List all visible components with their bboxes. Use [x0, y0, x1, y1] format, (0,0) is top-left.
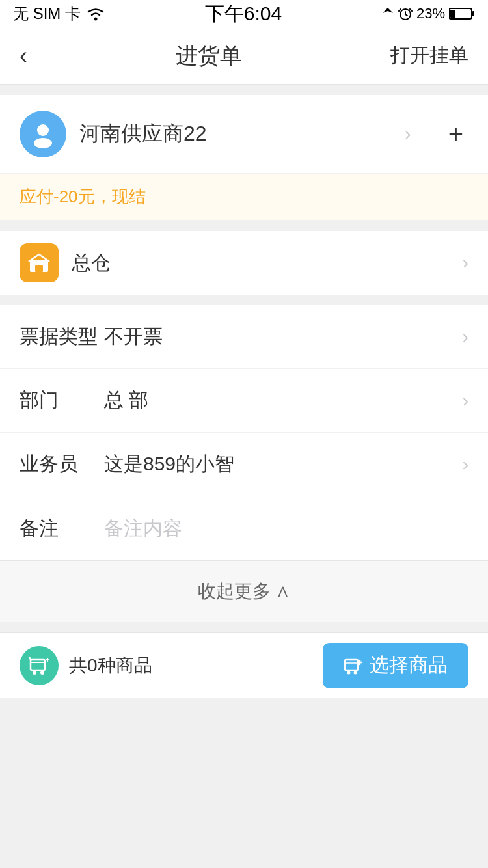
location-icon: [381, 7, 394, 21]
notice-banner: 应付-20元，现结: [0, 174, 488, 221]
collapse-label: 收起更多 ∧: [198, 581, 291, 601]
form-fields-card: 票据类型 不开票 › 部门 总 部 › 业务员 这是859的小智 › 备注 备注…: [0, 305, 488, 560]
warehouse-icon: [27, 251, 51, 275]
battery-icon: [449, 7, 475, 20]
department-label: 部门: [20, 387, 104, 414]
department-chevron-icon: ›: [463, 390, 468, 411]
svg-point-13: [347, 671, 351, 674]
battery-pct: 23%: [416, 5, 445, 22]
collapse-button[interactable]: 收起更多 ∧: [0, 560, 488, 622]
status-right: 23%: [381, 5, 475, 22]
wifi-icon: [86, 7, 105, 21]
invoice-type-chevron-icon: ›: [463, 327, 468, 347]
warehouse-icon-wrapper: [20, 243, 59, 282]
invoice-type-value: 不开票: [104, 323, 463, 350]
product-count-icon-wrapper: [20, 646, 59, 685]
cart-icon: [28, 655, 50, 677]
svg-rect-3: [472, 11, 474, 16]
remark-row[interactable]: 备注 备注内容: [0, 496, 488, 560]
section-gap-1: [0, 85, 488, 95]
supplier-divider: [427, 118, 427, 150]
svg-point-0: [94, 18, 98, 21]
no-sim-label: 无 SIM 卡: [13, 3, 81, 24]
product-count-text: 共0种商品: [69, 653, 323, 678]
select-product-icon: [344, 656, 363, 675]
svg-point-6: [34, 138, 52, 148]
svg-point-5: [37, 124, 49, 136]
supplier-chevron-icon: ›: [405, 124, 411, 144]
department-row[interactable]: 部门 总 部 ›: [0, 369, 488, 433]
page-title: 进货单: [176, 41, 242, 71]
select-product-button[interactable]: 选择商品: [323, 643, 468, 688]
svg-point-10: [33, 671, 36, 675]
select-product-label: 选择商品: [370, 652, 448, 679]
open-pending-button[interactable]: 打开挂单: [390, 42, 468, 69]
back-button[interactable]: ‹: [20, 42, 27, 70]
svg-rect-4: [450, 10, 455, 18]
department-value: 总 部: [104, 387, 463, 414]
svg-rect-12: [345, 660, 358, 670]
section-gap-2: [0, 221, 488, 231]
svg-point-11: [40, 671, 44, 675]
notice-text: 应付-20元，现结: [20, 187, 146, 206]
invoice-type-label: 票据类型: [20, 323, 104, 350]
salesman-label: 业务员: [20, 451, 104, 478]
remark-placeholder: 备注内容: [104, 515, 468, 542]
person-icon: [29, 120, 57, 148]
supplier-row[interactable]: 河南供应商22 › +: [0, 95, 488, 174]
page-background: [0, 698, 488, 868]
status-left: 无 SIM 卡: [13, 3, 105, 24]
add-supplier-button[interactable]: +: [443, 120, 468, 149]
supplier-name: 河南供应商22: [79, 120, 405, 148]
salesman-chevron-icon: ›: [463, 454, 468, 475]
salesman-row[interactable]: 业务员 这是859的小智 ›: [0, 433, 488, 496]
nav-bar: ‹ 进货单 打开挂单: [0, 27, 488, 85]
status-time: 下午6:04: [205, 1, 282, 27]
invoice-type-row[interactable]: 票据类型 不开票 ›: [0, 305, 488, 369]
warehouse-chevron-icon: ›: [463, 252, 468, 273]
warehouse-row[interactable]: 总仓 ›: [0, 231, 488, 295]
salesman-value: 这是859的小智: [104, 451, 463, 478]
remark-label: 备注: [20, 515, 104, 542]
warehouse-value: 总仓: [72, 250, 463, 277]
svg-rect-9: [31, 660, 45, 670]
svg-point-14: [354, 671, 357, 674]
bottom-bar: 共0种商品 选择商品: [0, 632, 488, 698]
status-bar: 无 SIM 卡 下午6:04 23%: [0, 0, 488, 27]
section-gap-3: [0, 295, 488, 305]
section-gap-4: [0, 622, 488, 632]
svg-rect-8: [35, 265, 43, 272]
supplier-avatar: [20, 111, 66, 157]
alarm-icon: [398, 7, 413, 21]
